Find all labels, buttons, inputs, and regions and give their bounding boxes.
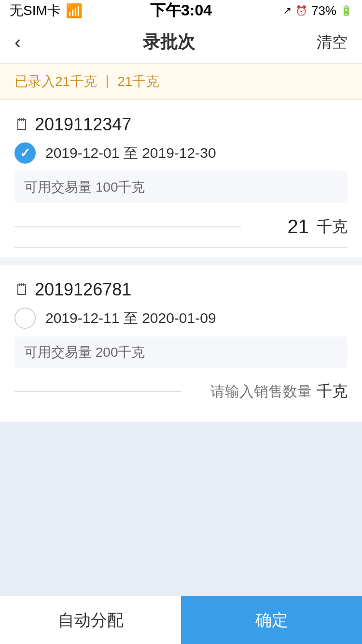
- confirm-button[interactable]: 确定: [181, 596, 362, 644]
- quantity-divider-1: [14, 226, 241, 227]
- bottom-bar: 自动分配 确定: [0, 596, 362, 644]
- batch-id-2: 2019126781: [35, 280, 131, 300]
- batch-date-2: 2019-12-11 至 2020-01-09: [45, 308, 216, 328]
- summary-label: 已录入21千克: [14, 72, 97, 91]
- batch-availability-2: 可用交易量 200千克: [14, 336, 348, 368]
- page-title: 录批次: [143, 30, 195, 54]
- sim-icon: 📶: [66, 3, 83, 19]
- batch-date-row-1: 2019-12-01 至 2019-12-30: [14, 142, 348, 164]
- batch-id-1: 2019112347: [35, 114, 131, 135]
- battery-icon: 🔋: [340, 5, 352, 16]
- separator-1: [0, 257, 362, 265]
- carrier-text: 无SIM卡: [10, 1, 61, 20]
- batch-date-1: 2019-12-01 至 2019-12-30: [45, 143, 216, 163]
- quantity-input-2[interactable]: [186, 383, 312, 400]
- battery-text: 73%: [311, 3, 336, 18]
- doc-icon-2: 🗒: [14, 281, 30, 299]
- batch-availability-1: 可用交易量 100千克: [14, 171, 348, 203]
- location-icon: ↗: [283, 4, 292, 17]
- status-left: 无SIM卡 📶: [10, 1, 83, 20]
- summary-divider: [107, 75, 108, 88]
- doc-icon-1: 🗒: [14, 116, 30, 134]
- status-right: ↗ ⏰ 73% 🔋: [283, 3, 352, 18]
- nav-bar: ‹ 录批次 清空: [0, 21, 362, 64]
- quantity-row-1: 千克: [14, 211, 348, 248]
- status-bar: 无SIM卡 📶 下午3:04 ↗ ⏰ 73% 🔋: [0, 0, 362, 21]
- back-button[interactable]: ‹: [14, 31, 21, 53]
- batch-item-2: 🗒 2019126781 2019-12-11 至 2020-01-09 可用交…: [0, 265, 362, 422]
- status-time: 下午3:04: [150, 0, 212, 21]
- batch-header-2: 🗒 2019126781: [14, 280, 348, 300]
- input-divider-2: [14, 391, 181, 392]
- gray-area: [0, 422, 362, 615]
- batch-header-1: 🗒 2019112347: [14, 114, 348, 135]
- batch-date-row-2: 2019-12-11 至 2020-01-09: [14, 308, 348, 329]
- input-unit-2: 千克: [317, 381, 348, 402]
- quantity-input-1[interactable]: [251, 216, 309, 238]
- batch-checkbox-2[interactable]: [14, 308, 36, 329]
- clear-button[interactable]: 清空: [317, 32, 348, 53]
- input-row-2: 千克: [14, 376, 348, 412]
- auto-distribute-button[interactable]: 自动分配: [0, 596, 181, 644]
- batch-checkbox-1[interactable]: [14, 142, 36, 164]
- batch-item-1: 🗒 2019112347 2019-12-01 至 2019-12-30 可用交…: [0, 100, 362, 257]
- alarm-icon: ⏰: [295, 5, 307, 16]
- summary-value: 21千克: [117, 72, 159, 91]
- quantity-input-wrapper-1: 千克: [251, 216, 348, 238]
- summary-banner: 已录入21千克 21千克: [0, 64, 362, 100]
- quantity-unit-1: 千克: [317, 216, 348, 238]
